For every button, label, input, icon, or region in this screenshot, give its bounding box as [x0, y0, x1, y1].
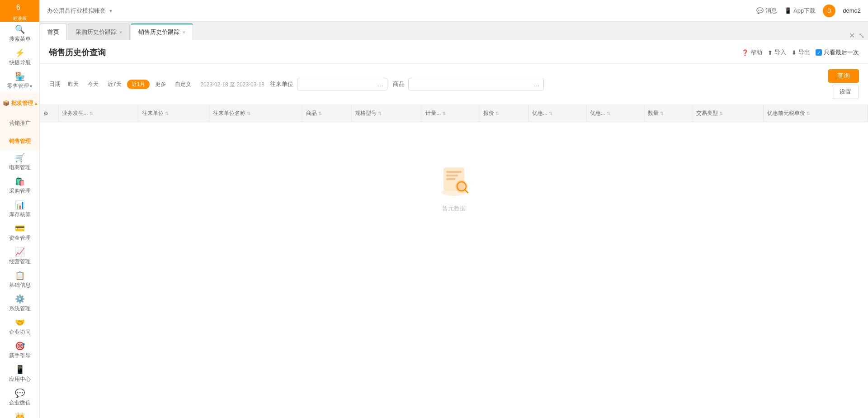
th-settings[interactable]: ⚙: [40, 105, 58, 122]
date-btn-1month[interactable]: 近1月: [127, 80, 150, 89]
date-btn-more[interactable]: 更多: [151, 80, 170, 89]
th-unit[interactable]: 计量... ⇅: [422, 105, 480, 122]
th-trade-type-label: 交易类型: [696, 109, 718, 117]
sidebar-item-basic[interactable]: 📋 基础信息: [0, 268, 39, 291]
query-button[interactable]: 查询: [828, 69, 859, 83]
th-discount1[interactable]: 优惠... ⇅: [528, 105, 586, 122]
app-logo[interactable]: 6 标准版: [0, 0, 39, 22]
sidebar-item-apps[interactable]: 📱 应用中心: [0, 362, 39, 385]
sidebar-sub-marketing[interactable]: 营销推广: [0, 114, 39, 132]
sidebar-item-operation-label: 经营管理: [9, 258, 31, 266]
sidebar-item-wholesale[interactable]: 📦 批发管理 ▴: [0, 92, 39, 114]
export-label: 导出: [798, 48, 810, 57]
tab-purchase-history[interactable]: 采购历史价跟踪 ×: [68, 24, 130, 40]
sidebar-item-inventory[interactable]: 📊 库存核算: [0, 197, 39, 221]
date-btn-today[interactable]: 今天: [84, 80, 102, 89]
sidebar-item-operation[interactable]: 📈 经营管理: [0, 244, 39, 268]
page-actions: ❓ 帮助 ⬆ 导入 ⬇ 导出 只看最后一次: [741, 48, 859, 57]
only-last-checkbox[interactable]: [816, 49, 822, 56]
settings-gear-icon[interactable]: ⚙: [43, 110, 48, 117]
svg-rect-4: [446, 171, 462, 173]
retail-icon: 🏪: [15, 71, 25, 81]
tab-maximize-btn[interactable]: ⤡: [859, 31, 864, 40]
sidebar-item-enterprise[interactable]: 🤝 企业协同: [0, 315, 39, 338]
goods-input-dots[interactable]: ...: [533, 80, 539, 88]
th-goods[interactable]: 商品 ⇅: [302, 105, 351, 122]
th-discount2[interactable]: 优惠... ⇅: [586, 105, 644, 122]
date-filter-label: 日期: [49, 80, 61, 88]
sidebar-item-purchase[interactable]: 🛍️ 采购管理: [0, 174, 39, 197]
tab-home[interactable]: 首页: [40, 24, 67, 40]
tab-close-all-btn[interactable]: ✕: [849, 31, 855, 40]
sidebar-item-purchase-label: 采购管理: [9, 187, 31, 195]
sort-price-icon: ⇅: [495, 111, 499, 116]
username-label[interactable]: demo2: [843, 7, 861, 14]
th-partner-code[interactable]: 往来单位 ⇅: [138, 105, 209, 122]
sort-trade-type-icon: ⇅: [719, 111, 723, 116]
sidebar-item-wechat[interactable]: 💬 企业微信: [0, 385, 39, 409]
partner-input-dots[interactable]: ...: [377, 80, 383, 88]
svg-text:6: 6: [16, 4, 20, 11]
date-options: 昨天 今天 近7天 近1月 更多 自定义: [64, 80, 195, 89]
th-spec[interactable]: 规格型号 ⇅: [351, 105, 422, 122]
import-btn[interactable]: ⬆ 导入: [768, 48, 786, 57]
page-title: 销售历史价查询: [49, 47, 106, 58]
guide-icon: 🎯: [15, 341, 25, 351]
export-btn[interactable]: ⬇ 导出: [792, 48, 810, 57]
partner-input[interactable]: [301, 81, 377, 88]
main-area: 办公用品行业模拟账套 ▾ 💬 消息 📱 App下载 D demo2 首页 采购历…: [40, 0, 868, 418]
sort-discount1-icon: ⇅: [549, 111, 552, 116]
goods-filter-group: 商品 ...: [393, 78, 544, 90]
date-btn-yesterday[interactable]: 昨天: [64, 80, 82, 89]
goods-input-wrap[interactable]: ...: [408, 78, 544, 90]
partner-input-wrap[interactable]: ...: [297, 78, 387, 90]
sidebar-item-retail[interactable]: 🏪 零售管理 ▾: [0, 69, 39, 92]
content-area: 销售历史价查询 ❓ 帮助 ⬆ 导入 ⬇ 导出 只看最后一次: [40, 40, 868, 418]
help-btn[interactable]: ❓ 帮助: [741, 48, 762, 57]
app-download-btn[interactable]: 📱 App下载: [784, 7, 816, 15]
date-btn-7days[interactable]: 近7天: [104, 80, 125, 89]
date-btn-custom[interactable]: 自定义: [171, 80, 195, 89]
system-icon: ⚙️: [15, 294, 25, 304]
sidebar-sub-sales[interactable]: 销售管理: [0, 132, 39, 150]
tab-sales-close-icon[interactable]: ×: [182, 29, 185, 35]
th-biz-date[interactable]: 业务发生... ⇅: [58, 105, 138, 122]
page-header: 销售历史价查询 ❓ 帮助 ⬆ 导入 ⬇ 导出 只看最后一次: [40, 40, 868, 64]
sidebar-item-system[interactable]: ⚙️ 系统管理: [0, 291, 39, 315]
user-avatar[interactable]: D: [823, 5, 835, 17]
wechat-icon: 💬: [15, 388, 25, 398]
th-quantity-label: 数量: [648, 109, 659, 117]
message-btn[interactable]: 💬 消息: [756, 7, 777, 15]
th-trade-type[interactable]: 交易类型 ⇅: [692, 105, 763, 122]
goods-filter-label: 商品: [393, 80, 405, 88]
sidebar-item-quick-nav[interactable]: ⚡ 快捷导航: [0, 45, 39, 69]
only-last-wrap[interactable]: 只看最后一次: [816, 48, 859, 57]
sort-partner-code-icon: ⇅: [165, 111, 169, 116]
sidebar-item-finance[interactable]: 💳 资金管理: [0, 221, 39, 244]
operation-icon: 📈: [15, 247, 25, 257]
header-left: 办公用品行业模拟账套 ▾: [47, 7, 112, 15]
header-dropdown-icon[interactable]: ▾: [109, 8, 112, 14]
sidebar-item-search[interactable]: 🔍 搜索菜单: [0, 22, 39, 45]
th-partner-name-label: 往来单位名称: [213, 109, 245, 117]
th-quantity[interactable]: 数量 ⇅: [644, 105, 692, 122]
sort-partner-name-icon: ⇅: [247, 111, 250, 116]
sidebar-item-finance-label: 资金管理: [9, 234, 31, 242]
th-pre-tax-price[interactable]: 优惠前无税单价 ⇅: [763, 105, 868, 122]
finance-icon: 💳: [15, 223, 25, 233]
date-filter-group: 日期 昨天 今天 近7天 近1月 更多 自定义: [49, 80, 195, 89]
tab-purchase-close-icon[interactable]: ×: [119, 29, 122, 35]
th-partner-name[interactable]: 往来单位名称 ⇅: [209, 105, 302, 122]
goods-input[interactable]: [412, 81, 534, 88]
tab-sales-history[interactable]: 销售历史价跟踪 ×: [131, 24, 193, 40]
sidebar-item-system-label: 系统管理: [9, 305, 31, 313]
enterprise-icon: 🤝: [15, 318, 25, 328]
settings-button[interactable]: 设置: [832, 85, 859, 99]
sidebar-item-guide[interactable]: 🎯 新手引导: [0, 338, 39, 362]
sidebar-item-apps-label: 应用中心: [9, 375, 31, 383]
sidebar-item-wholesale-group: 📦 批发管理 ▴ 营销推广 销售管理: [0, 92, 39, 150]
sort-quantity-icon: ⇅: [660, 111, 664, 116]
th-price[interactable]: 报价 ⇅: [480, 105, 528, 122]
sidebar-item-ecommerce[interactable]: 🛒 电商管理: [0, 150, 39, 174]
sidebar-item-member[interactable]: 👑 畅会员: [0, 409, 39, 418]
